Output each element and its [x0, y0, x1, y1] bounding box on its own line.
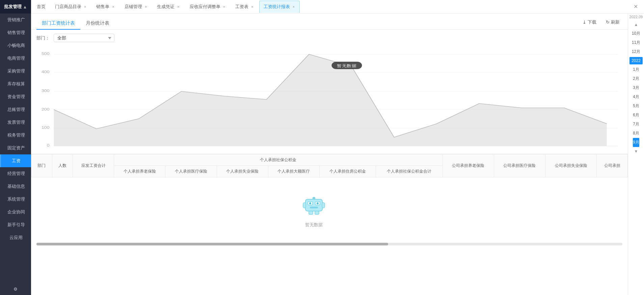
- tab-bar: 首页门店商品目录×销售单×店铺管理×生成凭证×应收应付调整单×工资表×工资统计报…: [31, 0, 644, 13]
- svg-rect-26: [315, 211, 319, 214]
- data-table: 部门 人数 应发工资合计 个人承担社保公积金 公司承担养老保险 公司承担医疗保险…: [31, 154, 628, 241]
- time-month-9月[interactable]: 9月: [633, 138, 639, 147]
- time-month-6月[interactable]: 6月: [633, 111, 639, 120]
- main-area: 首页门店商品目录×销售单×店铺管理×生成凭证×应收应付调整单×工资表×工资统计报…: [31, 0, 644, 295]
- tab-label: 工资表: [235, 4, 248, 10]
- sidebar-item-营销推广[interactable]: 营销推广: [0, 13, 31, 26]
- svg-text:500: 500: [42, 52, 50, 56]
- sidebar-item-系统管理[interactable]: 系统管理: [0, 193, 31, 206]
- tab-首页[interactable]: 首页: [32, 1, 50, 13]
- th-personal-total: 个人承担社保公积金合计: [376, 166, 442, 177]
- th-total-salary: 应发工资合计: [73, 154, 114, 177]
- time-month-8月[interactable]: 8月: [633, 129, 639, 138]
- download-label: 下载: [588, 19, 596, 25]
- chart-container: 500 400 300 200 100 0: [31, 46, 628, 154]
- scrollbar-thumb[interactable]: [36, 243, 388, 245]
- time-month-1月[interactable]: 1月: [633, 65, 639, 74]
- department-filter[interactable]: 全部: [54, 34, 114, 42]
- time-month-7月[interactable]: 7月: [633, 120, 639, 129]
- time-month-3月[interactable]: 3月: [633, 83, 639, 92]
- sidebar-item-经营管理[interactable]: 经营管理: [0, 167, 31, 180]
- svg-point-18: [309, 202, 311, 204]
- sidebar-item-工资[interactable]: 工资: [0, 154, 31, 167]
- sidebar-item-发票管理[interactable]: 发票管理: [0, 116, 31, 129]
- svg-rect-20: [310, 207, 318, 208]
- sidebar-item-库存核算[interactable]: 库存核算: [0, 78, 31, 90]
- svg-marker-12: [54, 54, 607, 146]
- sidebar-item-小畅电商[interactable]: 小畅电商: [0, 39, 31, 52]
- svg-text:0: 0: [47, 143, 50, 147]
- tab-工资统计报表[interactable]: 工资统计报表×: [259, 1, 300, 13]
- time-month-5月[interactable]: 5月: [633, 101, 639, 111]
- sidebar-item-资金管理[interactable]: 资金管理: [0, 90, 31, 103]
- time-month-2月[interactable]: 2月: [633, 74, 639, 83]
- sidebar-item-销售管理[interactable]: 销售管理: [0, 26, 31, 39]
- refresh-label: 刷新: [611, 19, 620, 25]
- th-personal-unemployment: 个人承担失业保险: [217, 166, 268, 177]
- tab-生成凭证[interactable]: 生成凭证×: [153, 1, 184, 13]
- time-month-11月[interactable]: 11月: [632, 38, 640, 47]
- svg-rect-24: [322, 203, 325, 208]
- tab-店铺管理[interactable]: 店铺管理×: [120, 1, 152, 13]
- tab-label: 首页: [37, 4, 46, 10]
- sidebar-item-电商管理[interactable]: 电商管理: [0, 52, 31, 65]
- time-down-button[interactable]: ▼: [628, 147, 644, 156]
- tab-close-icon[interactable]: ×: [222, 4, 226, 9]
- sidebar-item-企业协同[interactable]: 企业协同: [0, 206, 31, 218]
- sidebar-item-总账管理[interactable]: 总账管理: [0, 103, 31, 116]
- tab-label: 销售单: [96, 4, 109, 10]
- tab-close-icon[interactable]: ×: [144, 4, 147, 9]
- th-personal-medical: 个人承担医疗保险: [165, 166, 217, 177]
- tab-close-icon[interactable]: ×: [292, 4, 295, 9]
- sidebar-item-采购管理[interactable]: 采购管理: [0, 65, 31, 78]
- tab-label: 生成凭证: [157, 4, 175, 10]
- svg-text:400: 400: [42, 70, 50, 74]
- sidebar-item-基础信息[interactable]: 基础信息: [0, 180, 31, 193]
- tab-label: 门店商品目录: [55, 4, 81, 10]
- tab-close-icon[interactable]: ×: [250, 4, 254, 9]
- tab-应收应付调整单[interactable]: 应收应付调整单×: [185, 1, 230, 13]
- settings-button[interactable]: ⚙: [0, 283, 31, 295]
- th-company-unemployment: 公司承担失业保险: [545, 154, 596, 177]
- sub-tabs: 部门工资统计表月份统计表 ⤓ 下载 ↻ 刷新: [31, 13, 628, 30]
- tab-close-icon[interactable]: ×: [83, 4, 87, 9]
- th-department: 部门: [31, 154, 52, 177]
- filter-label: 部门：: [36, 35, 50, 41]
- empty-text: 暂无数据: [305, 222, 323, 228]
- sidebar-toggle-icon[interactable]: ▲: [23, 4, 27, 9]
- time-up-button[interactable]: ▲: [628, 20, 644, 29]
- sub-tab-部门工资统计表[interactable]: 部门工资统计表: [36, 18, 80, 30]
- sidebar-item-新手引导[interactable]: 新手引导: [0, 218, 31, 231]
- time-month-12月[interactable]: 12月: [632, 47, 640, 56]
- svg-text:300: 300: [42, 89, 50, 93]
- tab-close-icon[interactable]: ×: [111, 4, 115, 9]
- sidebar-item-税务管理[interactable]: 税务管理: [0, 129, 31, 142]
- close-all-button[interactable]: ✕: [632, 3, 640, 10]
- sidebar-title: 批发管理: [4, 4, 22, 10]
- time-month-4月[interactable]: 4月: [633, 92, 639, 101]
- tab-label: 应收应付调整单: [190, 4, 220, 10]
- sidebar-item-固定资产[interactable]: 固定资产: [0, 142, 31, 154]
- th-personal-housing: 个人承担住房公积金: [319, 166, 376, 177]
- tab-bar-end: ✕: [632, 3, 643, 10]
- horizontal-scrollbar[interactable]: [36, 243, 622, 245]
- scrollbar-container[interactable]: [31, 241, 628, 247]
- tab-门店商品目录[interactable]: 门店商品目录×: [51, 1, 91, 13]
- refresh-button[interactable]: ↻ 刷新: [603, 18, 622, 27]
- time-month-10月[interactable]: 10月: [632, 29, 640, 38]
- sidebar-item-云应用[interactable]: 云应用: [0, 231, 31, 244]
- refresh-icon: ↻: [606, 20, 610, 25]
- empty-state: 暂无数据: [31, 177, 597, 241]
- time-year-active[interactable]: 2022: [629, 57, 643, 64]
- filter-row: 部门： 全部: [31, 30, 628, 46]
- tab-close-icon[interactable]: ×: [177, 4, 180, 9]
- th-personal-group: 个人承担社保公积金: [114, 154, 442, 166]
- tab-销售单[interactable]: 销售单×: [92, 1, 119, 13]
- tab-工资表[interactable]: 工资表×: [231, 1, 258, 13]
- sub-tab-月份统计表[interactable]: 月份统计表: [80, 18, 115, 30]
- svg-point-19: [317, 202, 319, 204]
- th-personal-pension: 个人承担养老保险: [114, 166, 165, 177]
- th-company-medical: 公司承担医疗保险: [494, 154, 545, 177]
- download-button[interactable]: ⤓ 下载: [580, 18, 599, 27]
- th-company-pension: 公司承担养老保险: [442, 154, 494, 177]
